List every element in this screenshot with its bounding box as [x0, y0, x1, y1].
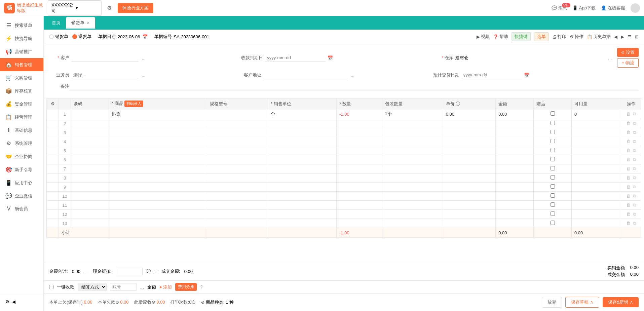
row-product-2[interactable]	[109, 128, 207, 137]
row-pkg-qty-11[interactable]	[382, 210, 443, 219]
row-amount-1[interactable]	[496, 119, 534, 128]
row-spec-7[interactable]	[207, 173, 268, 183]
row-product-1[interactable]	[109, 119, 207, 128]
row-amount-0[interactable]: 0.00	[496, 109, 534, 119]
sidebar-item-basic-info[interactable]: ℹ 基础信息	[0, 124, 43, 137]
save-draft-button[interactable]: 保存草稿 ∧	[565, 297, 599, 308]
online-service-item[interactable]: 👤 在线客服	[601, 5, 625, 11]
row-spec-11[interactable]	[207, 210, 268, 219]
copy-icon-10[interactable]: ⧉	[633, 202, 636, 207]
salesperson-input[interactable]	[71, 71, 139, 79]
row-qty-3[interactable]	[336, 137, 382, 146]
trial-button[interactable]: 体验行业方案	[118, 3, 153, 13]
save-new-button[interactable]: 保存&新增 ∧	[603, 297, 639, 307]
row-qty-6[interactable]	[336, 164, 382, 173]
toolbar-select[interactable]: 选单	[534, 32, 549, 41]
sidebar-item-purchase[interactable]: 🛒 采购管理	[0, 71, 43, 84]
row-gift-10[interactable]	[534, 201, 572, 210]
radio-return[interactable]: 退货单	[72, 34, 91, 40]
radio-sales[interactable]: 销货单	[49, 34, 68, 40]
bank-account-input[interactable]	[110, 283, 137, 291]
row-gift-7[interactable]	[534, 173, 572, 183]
view-grid-icon[interactable]: ⊞	[635, 34, 639, 39]
copy-icon-0[interactable]: ⧉	[633, 111, 636, 116]
row-gift-9[interactable]	[534, 192, 572, 201]
row-spec-6[interactable]	[207, 164, 268, 173]
tab-sales-order[interactable]: 销货单 ✕	[66, 17, 95, 29]
row-barcode-4[interactable]	[71, 146, 109, 155]
row-gift-12[interactable]	[534, 219, 572, 228]
row-product-12[interactable]	[109, 219, 207, 228]
sidebar-settings-icon[interactable]: ⚙	[5, 299, 9, 304]
toolbar-print[interactable]: 🖨 打印	[552, 34, 566, 40]
sidebar-collapse-icon[interactable]: ◀	[12, 299, 15, 304]
sidebar-item-app-center[interactable]: 📱 应用中心	[0, 176, 43, 189]
delete-icon-2[interactable]: 🗑	[626, 130, 631, 135]
row-product-7[interactable]	[109, 173, 207, 183]
row-qty-12[interactable]	[336, 219, 382, 228]
row-qty-1[interactable]	[336, 119, 382, 128]
row-price-7[interactable]	[443, 173, 496, 183]
delete-icon-12[interactable]: 🗑	[626, 221, 631, 226]
row-barcode-10[interactable]	[71, 201, 109, 210]
row-product-10[interactable]	[109, 201, 207, 210]
row-amount-11[interactable]	[496, 210, 534, 219]
customer-input[interactable]	[71, 54, 139, 62]
row-unit-0[interactable]: 个	[268, 109, 337, 119]
row-qty-10[interactable]	[336, 201, 382, 210]
view-list-icon[interactable]: ☰	[628, 34, 632, 39]
row-barcode-8[interactable]	[71, 183, 109, 192]
calendar-icon[interactable]: 📅	[142, 34, 148, 39]
due-date-input[interactable]	[265, 54, 326, 62]
expected-date-calendar-icon[interactable]: 📅	[524, 73, 529, 78]
toolbar-shortcut[interactable]: 快捷键	[512, 32, 531, 41]
delete-icon-11[interactable]: 🗑	[626, 211, 631, 217]
copy-icon-7[interactable]: ⧉	[633, 175, 636, 180]
copy-icon-11[interactable]: ⧉	[633, 211, 636, 217]
copy-icon-5[interactable]: ⧉	[633, 157, 636, 162]
row-price-3[interactable]	[443, 137, 496, 146]
row-unit-1[interactable]	[268, 119, 337, 128]
row-gift-6[interactable]	[534, 164, 572, 173]
row-gift-0[interactable]	[534, 109, 572, 119]
col-header-settings[interactable]: ⚙	[47, 99, 59, 109]
row-unit-5[interactable]	[268, 155, 337, 164]
expected-date-input[interactable]	[461, 71, 522, 79]
delete-icon-9[interactable]: 🗑	[626, 193, 631, 198]
row-product-11[interactable]	[109, 210, 207, 219]
row-price-0[interactable]: 0.00	[443, 109, 496, 119]
row-qty-2[interactable]	[336, 128, 382, 137]
discount-input[interactable]	[116, 268, 143, 275]
row-price-5[interactable]	[443, 155, 496, 164]
copy-icon-8[interactable]: ⧉	[633, 184, 636, 189]
row-unit-7[interactable]	[268, 173, 337, 183]
sidebar-item-finance[interactable]: 💰 资金管理	[0, 98, 43, 111]
customer-address-dots[interactable]: ...	[351, 73, 354, 78]
row-barcode-3[interactable]	[71, 137, 109, 146]
sidebar-item-inventory[interactable]: 📦 库存核算	[0, 84, 43, 98]
sidebar-item-search[interactable]: ☰ 搜索菜单	[0, 19, 43, 32]
row-spec-10[interactable]	[207, 201, 268, 210]
delete-icon-7[interactable]: 🗑	[626, 175, 631, 180]
row-price-2[interactable]	[443, 128, 496, 137]
row-spec-3[interactable]	[207, 137, 268, 146]
sidebar-item-sales[interactable]: 🏠 销售管理	[0, 58, 43, 71]
row-product-9[interactable]	[109, 192, 207, 201]
nav-next-icon[interactable]: ▶	[621, 34, 624, 39]
delete-icon-1[interactable]: 🗑	[626, 121, 631, 126]
sidebar-item-system[interactable]: ⚙ 系统管理	[0, 137, 43, 150]
row-product-0[interactable]: 拆货	[109, 109, 207, 119]
pay-method-select[interactable]: 结算方式	[78, 283, 107, 291]
row-qty-7[interactable]	[336, 173, 382, 183]
row-pkg-qty-3[interactable]	[382, 137, 443, 146]
row-unit-12[interactable]	[268, 219, 337, 228]
row-pkg-qty-0[interactable]: 1个	[382, 109, 443, 119]
row-barcode-5[interactable]	[71, 155, 109, 164]
row-pkg-qty-2[interactable]	[382, 128, 443, 137]
row-gift-8[interactable]	[534, 183, 572, 192]
row-barcode-11[interactable]	[71, 210, 109, 219]
row-barcode-9[interactable]	[71, 192, 109, 201]
salesperson-dots[interactable]: ...	[142, 73, 146, 78]
add-btn[interactable]: ● 添加	[159, 284, 172, 290]
row-price-9[interactable]	[443, 192, 496, 201]
